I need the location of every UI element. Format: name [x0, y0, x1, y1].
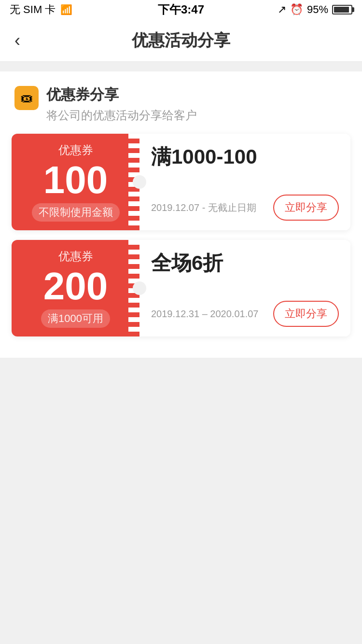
coupon-condition-1: 不限制使用金额: [32, 203, 120, 222]
coupon-card-1: 优惠券 100 不限制使用金额 满1000-100 2019.12.07 - 无…: [12, 134, 350, 230]
carrier-label: 无 SIM 卡: [10, 2, 56, 17]
coupon-card-2: 优惠券 200 满1000可用 全场6折 2019.12.31 – 2020.0…: [12, 240, 350, 336]
coupon-condition-2: 满1000可用: [41, 309, 110, 328]
section-icon: 🎟: [14, 86, 39, 110]
empty-area: [0, 358, 362, 644]
section-header: 🎟 优惠券分享 将公司的优惠活动分享给客户: [0, 71, 362, 134]
nav-bar: ‹ 优惠活动分享: [0, 19, 362, 62]
wifi-icon: 📶: [60, 4, 72, 15]
share-button-1[interactable]: 立即分享: [273, 195, 339, 221]
coupon-right-2: 全场6折 2019.12.31 – 2020.01.07 立即分享: [139, 240, 350, 336]
coupon-right-1: 满1000-100 2019.12.07 - 无截止日期 立即分享: [139, 134, 350, 230]
coupon-name-2: 全场6折: [151, 250, 339, 277]
page-title: 优惠活动分享: [132, 29, 230, 52]
coupon-bottom-2: 2019.12.31 – 2020.01.07 立即分享: [151, 301, 339, 327]
back-button[interactable]: ‹: [14, 30, 20, 51]
location-icon: ↗: [278, 3, 286, 16]
status-time: 下午3:47: [158, 2, 204, 17]
coupon-date-1: 2019.12.07 - 无截止日期: [151, 201, 256, 214]
section-text: 优惠券分享 将公司的优惠活动分享给客户: [46, 85, 197, 123]
coupon-date-2: 2019.12.31 – 2020.01.07: [151, 308, 258, 320]
coupon-amount-1: 100: [43, 161, 108, 199]
coupon-name-1: 满1000-100: [151, 143, 339, 170]
coupon-amount-2: 200: [43, 267, 108, 306]
status-left: 无 SIM 卡 📶: [10, 2, 72, 17]
coupon-left-2: 优惠券 200 满1000可用: [12, 240, 139, 336]
status-bar: 无 SIM 卡 📶 下午3:47 ↗ ⏰ 95%: [0, 0, 362, 19]
coupon-bottom-1: 2019.12.07 - 无截止日期 立即分享: [151, 195, 339, 221]
battery-percent: 95%: [307, 3, 328, 16]
status-right: ↗ ⏰ 95%: [278, 3, 352, 16]
alarm-icon: ⏰: [290, 3, 303, 16]
coupon-label-2: 优惠券: [58, 249, 93, 264]
section-subtitle: 将公司的优惠活动分享给客户: [46, 108, 197, 123]
top-divider: [0, 62, 362, 71]
coupon-list: 优惠券 100 不限制使用金额 满1000-100 2019.12.07 - 无…: [0, 134, 362, 358]
coupon-label-1: 优惠券: [58, 142, 93, 158]
share-button-2[interactable]: 立即分享: [273, 301, 339, 327]
coupon-left-1: 优惠券 100 不限制使用金额: [12, 134, 139, 230]
battery-icon: [332, 5, 352, 14]
section-title: 优惠券分享: [46, 85, 197, 105]
